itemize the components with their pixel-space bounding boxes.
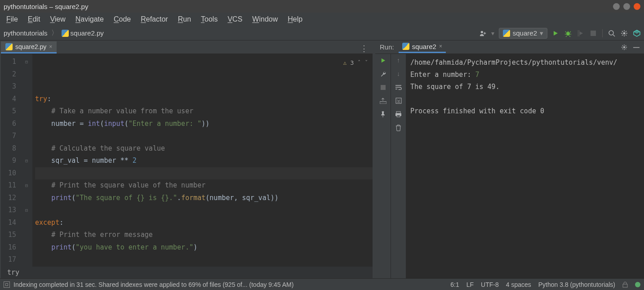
- menu-edit[interactable]: Edit: [23, 14, 45, 24]
- context-crumb[interactable]: try: [7, 268, 19, 277]
- svg-rect-10: [396, 112, 400, 113]
- search-icon[interactable]: [608, 30, 615, 37]
- svg-point-1: [566, 32, 570, 36]
- code-line[interactable]: # Print the square value of the number: [35, 179, 373, 192]
- gear-icon[interactable]: [621, 44, 628, 51]
- svg-point-0: [480, 31, 483, 33]
- minimize-icon[interactable]: [613, 3, 620, 10]
- code-line[interactable]: # Calculate the square value: [35, 143, 373, 155]
- svg-rect-3: [591, 31, 596, 36]
- menu-view[interactable]: View: [45, 14, 70, 24]
- indent-info[interactable]: 4 spaces: [506, 281, 531, 288]
- svg-rect-13: [623, 284, 627, 287]
- console-output[interactable]: /home/fahmida/PycharmProjects/pythontuto…: [406, 54, 644, 278]
- run-button[interactable]: [552, 30, 559, 37]
- scroll-to-end-icon[interactable]: [395, 97, 402, 104]
- code-line[interactable]: [35, 130, 373, 143]
- menu-refactor[interactable]: Refactor: [136, 14, 172, 24]
- maximize-icon[interactable]: [623, 3, 630, 10]
- code-line[interactable]: print("you have to enter a number."): [35, 241, 373, 254]
- debug-button[interactable]: [564, 30, 572, 37]
- status-ok-icon[interactable]: [635, 282, 640, 287]
- chevron-up-icon[interactable]: ˆ: [357, 57, 361, 69]
- hide-icon[interactable]: —: [633, 44, 640, 51]
- gear-icon[interactable]: [621, 30, 628, 37]
- soft-wrap-icon[interactable]: [395, 84, 402, 91]
- wrench-icon[interactable]: [379, 70, 386, 77]
- menu-tools[interactable]: Tools: [196, 14, 222, 24]
- menu-vcs[interactable]: VCS: [223, 14, 247, 24]
- status-message: Indexing completed in 31 sec. Shared ind…: [13, 281, 293, 288]
- add-user-icon[interactable]: [480, 30, 487, 37]
- console-line: /home/fahmida/PycharmProjects/pythontuto…: [410, 57, 640, 69]
- menu-run[interactable]: Run: [173, 14, 195, 24]
- restore-layout-icon[interactable]: [379, 97, 386, 104]
- line-separator[interactable]: LF: [466, 281, 474, 288]
- code-editor[interactable]: 1234567891011121314151617 ⊟⊟⊟⊟ ⚠ 3 ˆ ˇ t…: [1, 54, 373, 267]
- python-file-icon: [503, 30, 510, 37]
- main-content: square2.py × ⋮ 1234567891011121314151617…: [0, 40, 644, 278]
- menu-file[interactable]: File: [2, 14, 22, 24]
- code-content[interactable]: ⚠ 3 ˆ ˇ try: # Take a number value from …: [32, 54, 373, 267]
- close-tab-icon[interactable]: ×: [49, 44, 52, 50]
- console-line: The square of 7 is 49.: [410, 81, 640, 93]
- code-line[interactable]: print("The square of {} is {}.".format(n…: [35, 192, 373, 205]
- code-line[interactable]: # Take a number value from the user: [35, 105, 373, 118]
- editor-tab-label: square2.py: [15, 43, 46, 50]
- code-line[interactable]: [35, 254, 373, 266]
- run-tab[interactable]: square2 ×: [399, 41, 446, 53]
- print-icon[interactable]: [395, 111, 402, 118]
- close-icon[interactable]: [634, 3, 640, 10]
- run-title: Run:: [380, 43, 394, 51]
- trash-icon[interactable]: [395, 124, 402, 131]
- chevron-down-icon[interactable]: ˇ: [364, 57, 368, 69]
- ide-brand-icon[interactable]: [633, 30, 640, 37]
- svg-rect-2: [577, 30, 580, 36]
- fold-gutter[interactable]: ⊟⊟⊟⊟: [21, 54, 32, 267]
- code-line[interactable]: try:: [35, 93, 373, 106]
- run-header: Run: square2 × —: [375, 40, 644, 54]
- tab-more-icon[interactable]: ⋮: [355, 44, 373, 54]
- caret-position[interactable]: 6:1: [450, 281, 459, 288]
- status-bar: Indexing completed in 31 sec. Shared ind…: [0, 278, 644, 290]
- pin-icon[interactable]: [379, 111, 386, 118]
- tool-windows-icon[interactable]: [4, 281, 10, 288]
- stop-button: [590, 30, 597, 37]
- run-tab-label: square2: [412, 43, 436, 50]
- menu-code[interactable]: Code: [109, 14, 135, 24]
- code-line[interactable]: # Print the error message: [35, 229, 373, 241]
- file-encoding[interactable]: UTF-8: [481, 281, 499, 288]
- editor-tab[interactable]: square2.py ×: [1, 41, 57, 54]
- svg-rect-12: [397, 115, 400, 117]
- warning-count: 3: [351, 57, 354, 69]
- inspection-widget[interactable]: ⚠ 3 ˆ ˇ: [343, 57, 368, 69]
- code-line[interactable]: sqr_val = number ** 2: [35, 155, 373, 167]
- breadcrumb-project[interactable]: pythontutorials: [4, 29, 48, 37]
- code-line[interactable]: [35, 167, 373, 180]
- code-line[interactable]: number = int(input("Enter a number: ")): [35, 118, 373, 130]
- close-tab-icon[interactable]: ×: [439, 43, 442, 49]
- coverage-button: [577, 30, 584, 37]
- menu-window[interactable]: Window: [248, 14, 282, 24]
- svg-rect-8: [380, 102, 386, 104]
- code-line[interactable]: [35, 266, 373, 267]
- lock-icon[interactable]: [622, 281, 628, 288]
- chevron-right-icon: 〉: [51, 29, 58, 37]
- window-titlebar: pythontutorials – square2.py: [0, 0, 644, 13]
- menu-help[interactable]: Help: [283, 14, 307, 24]
- console-line: Process finished with exit code 0: [410, 105, 640, 117]
- window-title: pythontutorials – square2.py: [4, 3, 88, 10]
- interpreter-info[interactable]: Python 3.8 (pythontutorials): [538, 281, 615, 288]
- python-file-icon: [62, 30, 69, 37]
- structure-breadcrumb[interactable]: try: [1, 267, 373, 278]
- run-config-selector[interactable]: square2 ▾: [499, 28, 547, 39]
- editor-pane: square2.py × ⋮ 1234567891011121314151617…: [1, 40, 373, 278]
- breadcrumb[interactable]: pythontutorials 〉 square2.py: [4, 29, 104, 37]
- svg-point-4: [609, 31, 613, 35]
- code-line[interactable]: [35, 204, 373, 217]
- rerun-button[interactable]: [379, 57, 386, 64]
- breadcrumb-file[interactable]: square2.py: [71, 29, 104, 37]
- svg-rect-9: [396, 98, 401, 103]
- code-line[interactable]: except:: [35, 217, 373, 229]
- menu-navigate[interactable]: Navigate: [71, 14, 108, 24]
